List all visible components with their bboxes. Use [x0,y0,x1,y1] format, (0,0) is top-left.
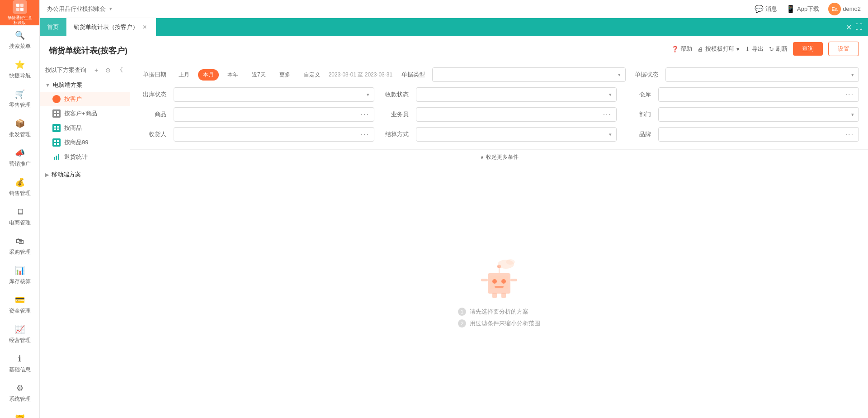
print-arrow[interactable]: ▾ [736,46,740,52]
help-button[interactable]: ❓ 帮助 [671,45,692,53]
tab-close-all-button[interactable]: ✕ [846,23,852,32]
message-action[interactable]: 💬 消息 [755,5,777,13]
sidebar-label-basic: 基础信息 [9,366,31,374]
date-label: 单据日期 [139,71,166,79]
scheme-item-by-customer[interactable]: 按客户 [40,92,130,106]
app-logo[interactable]: 畅捷通好生意 标账版 [0,0,40,25]
scheme-label-by-goods: 按商品 [64,124,82,132]
scheme-item-by-goods[interactable]: 按商品 [40,121,130,135]
sidebar-item-retail[interactable]: 🛒 零售管理 [0,84,40,114]
date-range: 2023-03-01 至 2023-03-31 [329,71,392,79]
page-title: 销货单统计表(按客户) [49,45,127,56]
main-area: 办公用品行业模拟账套 ▾ 💬 消息 📱 App下载 Ea demo2 首页 [40,0,868,418]
refresh-label: 刷新 [776,45,788,53]
app-download-action[interactable]: 📱 App下载 [786,5,819,13]
scheme-group-desktop-header[interactable]: ▼ 电脑端方案 [40,78,130,92]
sidebar-label-operation: 经营管理 [9,337,31,344]
filter-content: 单据日期 上月 本月 本年 近7天 [130,60,868,418]
doc-status-arrow: ▾ [851,72,854,78]
svg-rect-0 [16,4,19,7]
scheme-item-return-stat[interactable]: 退货统计 [40,150,130,164]
search-icon: 🔍 [14,30,25,41]
sidebar-item-search[interactable]: 🔍 搜索菜单 [0,25,40,55]
date-tag-custom[interactable]: 自定义 [299,69,325,81]
shipment-field[interactable]: ▾ [174,87,374,102]
svg-rect-12 [54,140,56,142]
date-tag-7days[interactable]: 近7天 [247,69,271,81]
warehouse-label: 仓库 [624,90,651,99]
sidebar-item-system[interactable]: ⚙ 系统管理 [0,378,40,408]
tab-sales-stat[interactable]: 销货单统计表（按客户） ✕ [66,18,156,36]
refresh-button[interactable]: ↻ 刷新 [769,45,788,53]
sidebar-label-system: 系统管理 [9,395,31,403]
scheme-item-by-goods-99[interactable]: 按商品99 [40,135,130,150]
sidebar-item-sales[interactable]: 💰 销售管理 [0,172,40,202]
page-actions: ❓ 帮助 🖨 按模板打印 ▾ ⬇ 导出 ↻ 刷新 查询 设置 [671,42,859,60]
sidebar-item-quick-nav[interactable]: ⭐ 快捷导航 [0,55,40,84]
date-tag-more[interactable]: 更多 [274,69,295,81]
doc-type-label: 单据类型 [400,71,425,79]
sidebar-item-basic[interactable]: ℹ 基础信息 [0,349,40,378]
tab-expand-button[interactable]: ⛶ [855,23,863,31]
svg-rect-6 [54,114,56,116]
scheme-settings-button[interactable]: ⊙ [104,66,113,75]
content-area: 销货单统计表(按客户) ❓ 帮助 🖨 按模板打印 ▾ ⬇ 导出 ↻ 刷新 [40,36,868,418]
mobile-group-arrow: ▶ [45,172,49,178]
user-profile[interactable]: Ea demo2 [828,3,861,15]
logo-text: 畅捷通好生意 [8,15,32,20]
sidebar-item-coop[interactable]: 🤝 企业协同 [0,408,40,418]
query-button[interactable]: 查询 [793,42,823,56]
scheme-panel: 按以下方案查询 + ⊙ 《 ▼ 电脑端方案 [40,60,130,418]
svg-rect-14 [54,143,56,145]
print-button[interactable]: 🖨 按模板打印 ▾ [698,45,740,53]
sidebar-item-inventory[interactable]: 📊 库存核算 [0,261,40,290]
tab-bar-controls: ✕ ⛶ [846,23,868,32]
svg-rect-2 [16,8,19,11]
tab-home[interactable]: 首页 [40,18,66,36]
date-tag-this-year[interactable]: 本年 [222,69,243,81]
svg-rect-5 [57,111,59,113]
warehouse-field[interactable]: ··· [658,87,859,102]
help-icon: ❓ [671,46,679,52]
svg-point-21 [492,279,497,284]
sidebar-item-wholesale[interactable]: 📦 批发管理 [0,114,40,143]
setting-button[interactable]: 设置 [828,42,859,56]
scheme-label-by-goods-99: 按商品99 [64,138,88,147]
recipient-label: 收货人 [139,130,166,138]
filter-row-date: 单据日期 上月 本月 本年 近7天 [139,67,859,82]
recipient-field[interactable]: ··· [174,127,374,142]
department-field[interactable]: ▾ [658,107,859,122]
salesperson-field[interactable]: ··· [416,107,617,122]
sidebar-item-marketing[interactable]: 📣 营销推广 [0,143,40,172]
scheme-collapse-button[interactable]: 《 [115,66,124,75]
logo-sub: 标账版 [14,20,26,25]
sidebar-item-purchase[interactable]: 🛍 采购管理 [0,231,40,261]
date-tag-last-month[interactable]: 上月 [174,69,194,81]
sidebar-item-ecommerce[interactable]: 🖥 电商管理 [0,202,40,231]
sidebar-label-sales: 销售管理 [9,190,31,197]
settlement-field[interactable]: ▾ [416,127,617,142]
export-button[interactable]: ⬇ 导出 [745,45,764,53]
doc-type-field[interactable]: ▾ [432,67,626,82]
desktop-group-label: 电脑端方案 [53,81,82,89]
goods-label: 商品 [139,110,166,119]
collapse-button[interactable]: ∧ 收起更多条件 [130,149,868,165]
brand-field[interactable]: ··· [658,127,859,142]
scheme-group-mobile-header[interactable]: ▶ 移动端方案 [40,168,130,181]
settlement-label: 结算方式 [382,130,409,138]
print-icon: 🖨 [698,46,703,52]
sidebar-label-marketing: 营销推广 [9,160,31,168]
sidebar-label-wholesale: 批发管理 [9,131,31,138]
tab-close-button[interactable]: ✕ [141,24,148,31]
sidebar-item-operation[interactable]: 📈 经营管理 [0,319,40,349]
breadcrumb-arrow[interactable]: ▾ [109,6,112,12]
scheme-add-button[interactable]: + [92,66,101,75]
salesperson-dots: ··· [603,110,612,119]
date-tag-this-month[interactable]: 本月 [198,69,219,81]
goods-field[interactable]: ··· [174,107,374,122]
scheme-item-by-customer-goods[interactable]: 按客户+商品 [40,106,130,121]
svg-rect-4 [54,111,56,113]
doc-status-field[interactable]: ▾ [665,67,859,82]
payment-field[interactable]: ▾ [416,87,617,102]
sidebar-item-finance[interactable]: 💳 资金管理 [0,290,40,319]
